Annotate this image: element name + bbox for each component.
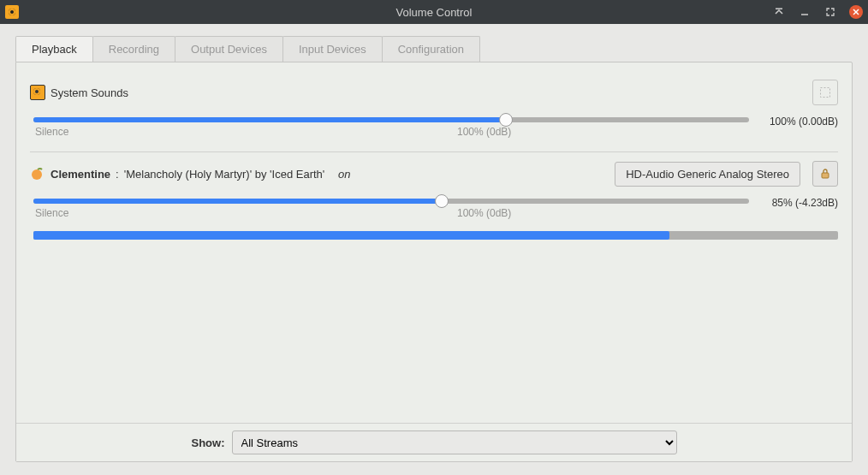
window-buttons xyxy=(772,5,863,19)
stream-on-word: on xyxy=(338,168,350,181)
show-label: Show: xyxy=(192,436,225,449)
clementine-icon xyxy=(30,166,45,181)
tab-configuration[interactable]: Configuration xyxy=(382,36,480,62)
tab-playback[interactable]: Playback xyxy=(15,36,93,62)
tab-panel-playback: System Sounds Silence 100% (0dB) xyxy=(15,62,853,462)
slider-label-silence: Silence xyxy=(35,126,68,138)
svg-rect-4 xyxy=(821,88,830,98)
volume-readout: 85% (-4.23dB) xyxy=(761,197,838,209)
close-icon[interactable] xyxy=(849,5,863,19)
svg-point-5 xyxy=(32,169,42,180)
app-icon xyxy=(5,5,19,19)
stream-system-sounds: System Sounds Silence 100% (0dB) xyxy=(30,71,838,151)
slider-label-full: 100% (0dB) xyxy=(457,207,511,219)
window-title: Volume Control xyxy=(0,6,868,19)
tab-recording[interactable]: Recording xyxy=(92,36,175,62)
tab-output-devices[interactable]: Output Devices xyxy=(175,36,283,62)
slider-label-full: 100% (0dB) xyxy=(457,126,511,138)
lock-channels-button[interactable] xyxy=(812,161,838,187)
maximize-icon[interactable] xyxy=(823,5,837,19)
svg-rect-6 xyxy=(822,173,829,178)
window-up-icon[interactable] xyxy=(772,5,786,19)
stream-clementine: Clementine: 'Melancholy (Holy Martyr)' b… xyxy=(30,151,838,252)
stream-name: System Sounds xyxy=(51,86,128,99)
tab-bar: Playback Recording Output Devices Input … xyxy=(0,24,868,62)
volume-slider[interactable]: Silence 100% (0dB) xyxy=(30,199,749,219)
output-device-button[interactable]: HD-Audio Generic Analog Stereo xyxy=(615,162,800,187)
show-filter-select[interactable]: All Streams xyxy=(232,430,677,454)
filter-bar: Show: All Streams xyxy=(16,423,852,461)
minimize-icon[interactable] xyxy=(798,5,812,19)
stream-description: 'Melancholy (Holy Martyr)' by 'Iced Eart… xyxy=(124,168,325,181)
slider-label-silence: Silence xyxy=(35,207,68,219)
mute-button[interactable] xyxy=(812,80,838,105)
tab-input-devices[interactable]: Input Devices xyxy=(282,36,383,62)
speaker-icon xyxy=(30,85,45,100)
window-titlebar: Volume Control xyxy=(0,0,868,24)
vu-meter xyxy=(33,231,838,240)
volume-readout: 100% (0.00dB) xyxy=(761,116,838,128)
volume-slider[interactable]: Silence 100% (0dB) xyxy=(30,117,749,138)
stream-app-name: Clementine xyxy=(51,168,110,181)
